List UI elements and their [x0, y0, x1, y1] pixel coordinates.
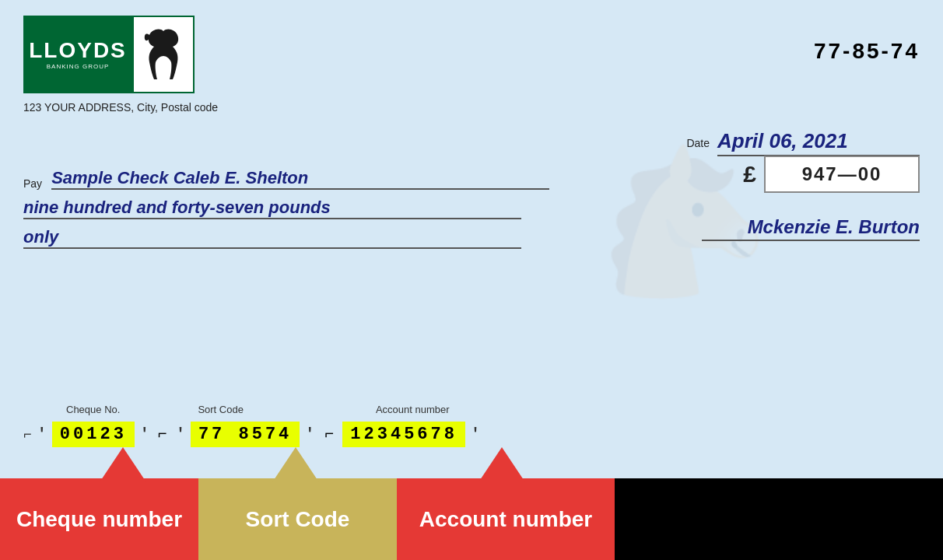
micr-labels: Cheque No. Sort Code Account number [23, 404, 920, 415]
micr-spacer-2: ⌐ [324, 425, 334, 443]
sort-code-label: Sort Code [198, 404, 244, 415]
amount-words-line2: only [23, 227, 521, 249]
bottom-sort-label: Sort Code [246, 507, 350, 532]
pay-label: Pay [23, 177, 42, 190]
micr-spacer-1: ⌐ [158, 425, 167, 443]
micr-bar-4: ' [305, 425, 314, 443]
account-arrow [479, 447, 525, 482]
logo-green-section: LLOYDS BANKING GROUP [23, 16, 132, 93]
bottom-labels-row: Cheque number Sort Code Account number [0, 478, 943, 560]
date-row: Date April 06, 2021 [23, 129, 920, 156]
cheque-no-label: Cheque No. [66, 404, 120, 415]
micr-bar-1: ' [37, 425, 47, 443]
logo-banking-text: BANKING GROUP [47, 63, 110, 70]
bottom-cheque-label: Cheque number [16, 507, 182, 532]
logo-lloyds-text: LLOYDS [29, 40, 127, 61]
bottom-account-label: Account number [419, 507, 592, 532]
payee-name: Sample Check Caleb E. Shelton [51, 168, 549, 190]
amount-box-row: £ 947—00 [743, 156, 920, 193]
date-label: Date [686, 137, 710, 149]
micr-section: Cheque No. Sort Code Account number ⌐ ' … [23, 404, 920, 447]
amount-box: 947—00 [764, 156, 920, 193]
micr-bar-2: ' [140, 425, 149, 443]
date-value: April 06, 2021 [717, 129, 920, 156]
micr-numbers-row: ⌐ ' 00123 ' ⌐ ' 77 8574 ' ⌐ 12345678 ' [23, 422, 920, 447]
account-number-micr: 12345678 [342, 422, 465, 447]
micr-bar-5: ' [471, 425, 480, 443]
sort-code-display: 77-85-74 [814, 39, 920, 64]
signature: Mckenzie E. Burton [702, 216, 920, 241]
micr-open-bracket-1: ⌐ [23, 427, 32, 443]
cheque-header: LLOYDS BANKING GROUP 77-85-74 [23, 16, 920, 93]
right-panel: £ 947—00 Mckenzie E. Burton [702, 156, 920, 241]
bottom-account-label-box: Account number [397, 478, 615, 560]
bottom-sort-label-box: Sort Code [198, 478, 397, 560]
lloyds-logo: LLOYDS BANKING GROUP [23, 16, 195, 93]
pound-sign: £ [743, 161, 756, 187]
amount-words-line1: nine hundred and forty-seven pounds [23, 198, 521, 219]
bottom-section: Cheque number Sort Code Account number [0, 478, 943, 560]
horse-icon [140, 23, 187, 86]
sort-code-arrow [272, 447, 319, 482]
cheque-number-micr: 00123 [52, 422, 135, 447]
address-line: 123 YOUR ADDRESS, City, Postal code [23, 101, 920, 114]
account-label: Account number [376, 404, 450, 415]
cheque-arrow [100, 447, 146, 482]
sort-code-micr: 77 8574 [191, 422, 300, 447]
bottom-cheque-label-box: Cheque number [0, 478, 198, 560]
logo-white-section [132, 16, 195, 93]
cheque-body: 🐴 LLOYDS BANKING GROUP 77-85-74 123 YOUR… [0, 0, 943, 478]
micr-bar-3: ' [176, 425, 185, 443]
